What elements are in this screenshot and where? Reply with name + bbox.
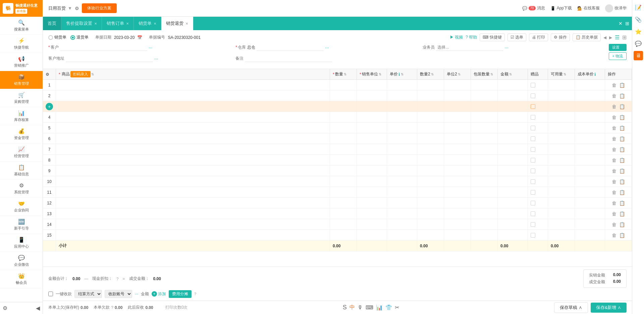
staff-dots-icon[interactable]: ··· [504, 45, 508, 50]
row-price[interactable] [387, 101, 417, 112]
user-profile[interactable]: 徐泽华 [605, 4, 627, 12]
tab-delivery-close-icon[interactable]: ✕ [154, 22, 156, 25]
setup-button[interactable]: 设置 [609, 44, 627, 51]
delete-row-btn[interactable]: 🗑 [611, 178, 617, 185]
gift-checkbox[interactable] [531, 179, 535, 184]
fee-split-button[interactable]: 费用分摊 [169, 290, 192, 298]
row-qty[interactable] [330, 90, 357, 101]
row-price[interactable] [387, 90, 417, 101]
onepay-checkbox[interactable] [48, 292, 53, 296]
sidebar-item-system[interactable]: ⚙ 系统管理 [0, 180, 43, 198]
row-unit[interactable] [357, 80, 387, 90]
copy-row-btn[interactable]: 📋 [619, 135, 626, 142]
delete-row-btn[interactable]: 🗑 [611, 146, 617, 153]
discount-help-icon[interactable]: ? [116, 277, 118, 281]
tool-icon-4[interactable]: ⌨ [366, 304, 373, 311]
sort-qty2-icon[interactable]: ⇅ [431, 72, 434, 76]
row-amount[interactable] [498, 80, 528, 90]
row-goods[interactable] [56, 90, 330, 101]
gift-checkbox[interactable] [531, 83, 535, 87]
online-service-button[interactable]: 💁 在线客服 [577, 5, 600, 11]
delete-row-btn[interactable]: 🗑 [611, 232, 617, 239]
copy-row-btn[interactable]: 📋 [619, 200, 626, 206]
radio-delivery[interactable]: 销货单 [48, 35, 66, 40]
sidebar-item-enterprise[interactable]: 🤝 企业协同 [0, 198, 43, 216]
sidebar-item-shortcut[interactable]: ⚡ 快捷导航 [0, 35, 43, 53]
tab-sales-order[interactable]: 销售订单 ✕ [102, 17, 134, 30]
tab-return-close-icon[interactable]: ✕ [185, 22, 188, 25]
calendar-icon[interactable]: 📅 [137, 35, 142, 40]
right-panel-icon-3[interactable]: ⭐ [634, 27, 643, 36]
tab-delivery[interactable]: 销货单 ✕ [134, 17, 161, 30]
address-dots-icon[interactable]: ··· [154, 56, 158, 61]
sort-qty-icon[interactable]: ⇅ [344, 72, 346, 76]
row-unit[interactable] [357, 101, 387, 112]
sidebar-item-app[interactable]: 📱 应用中心 [0, 234, 43, 252]
delete-row-btn[interactable]: 🗑 [611, 103, 617, 110]
gift-checkbox[interactable] [531, 136, 535, 141]
add-payment-button[interactable]: + 添加 [152, 291, 166, 297]
gift-checkbox[interactable] [531, 169, 535, 173]
goods-input-active[interactable] [59, 104, 327, 109]
fee-help-icon[interactable]: ? [194, 292, 196, 296]
copy-row-btn[interactable]: 📋 [619, 114, 626, 121]
copy-row-btn[interactable]: 📋 [619, 82, 626, 88]
sort-price-icon[interactable]: ⇅ [401, 72, 404, 76]
right-panel-icon-4[interactable]: 💬 [634, 39, 643, 48]
date-value[interactable]: 2023-03-20 [114, 35, 135, 40]
select-btn[interactable]: ☑ 选单 [507, 34, 526, 41]
delete-row-btn[interactable]: 🗑 [611, 82, 617, 88]
sidebar-item-purchase[interactable]: 🛒 采购管理 [0, 89, 43, 107]
row-amount[interactable] [498, 101, 528, 112]
sidebar-item-sales[interactable]: 📦 销售管理 [0, 71, 43, 89]
save-draft-button[interactable]: 保存草稿 ∧ [554, 302, 588, 313]
row-goods[interactable] [56, 101, 330, 112]
copy-row-btn[interactable]: 📋 [619, 92, 626, 99]
gift-checkbox[interactable] [531, 190, 535, 195]
copy-row-btn[interactable]: 📋 [619, 103, 626, 110]
sidebar-item-operations[interactable]: 📈 经营管理 [0, 143, 43, 162]
price-info-icon[interactable]: ℹ [398, 72, 400, 77]
sidebar-item-search[interactable]: 🔍 搜索菜单 [0, 17, 43, 35]
tool-icon-6[interactable]: 👕 [385, 304, 392, 311]
app-download-button[interactable]: 📱 App下载 [550, 5, 572, 11]
tool-icon-2[interactable]: 中 [350, 304, 355, 311]
sidebar-collapse-icon[interactable]: ◀ [36, 305, 40, 311]
delete-row-btn[interactable]: 🗑 [611, 221, 617, 228]
warehouse-dots-icon[interactable]: ··· [325, 45, 329, 50]
tool-icon-3[interactable]: 🎙 [358, 305, 363, 311]
sidebar-item-wechat[interactable]: 💬 企业微信 [0, 252, 43, 270]
tab-home[interactable]: 首页 [43, 17, 61, 30]
nav-prev-icon[interactable]: ◀ [603, 35, 606, 40]
row-cost[interactable] [575, 90, 605, 101]
tool-icon-5[interactable]: 📊 [376, 304, 383, 311]
print-btn[interactable]: 🖨 打印 [529, 34, 548, 41]
notification-button[interactable]: 💬 70 消息 [522, 5, 545, 11]
row-cost[interactable] [575, 80, 605, 90]
warehouse-input[interactable] [257, 44, 324, 51]
delete-row-btn[interactable]: 🗑 [611, 210, 617, 217]
nav-next-icon[interactable]: ▶ [609, 35, 612, 40]
shortcut-btn[interactable]: ⌨ 快捷键 [480, 34, 504, 41]
view-list-icon[interactable]: ☰ [615, 34, 620, 41]
gift-checkbox[interactable] [531, 104, 535, 109]
gift-checkbox[interactable] [531, 115, 535, 120]
staff-input[interactable] [436, 44, 503, 51]
gift-checkbox[interactable] [531, 126, 535, 130]
delete-row-btn[interactable]: 🗑 [611, 92, 617, 99]
logistics-button[interactable]: + 物流 [609, 52, 627, 60]
right-panel-icon-1[interactable]: 📝 [634, 3, 643, 12]
row-pack[interactable] [471, 80, 498, 90]
right-panel-icon-2[interactable]: 📎 [634, 15, 643, 24]
sidebar-item-finance[interactable]: 💰 资金管理 [0, 125, 43, 143]
row-qty2[interactable] [417, 80, 444, 90]
video-link[interactable]: ▶ 视频 [450, 35, 463, 40]
settlement-select[interactable]: 结算方式 [74, 290, 102, 298]
account-dots-icon[interactable]: ··· [135, 292, 138, 296]
delete-row-btn[interactable]: 🗑 [611, 168, 617, 174]
delete-row-btn[interactable]: 🗑 [611, 125, 617, 131]
right-panel-icon-5[interactable]: 🖥 [634, 51, 643, 60]
sort-amount-icon[interactable]: ⇅ [509, 72, 512, 76]
experience-button[interactable]: 体验行业方案 [82, 3, 117, 13]
tool-icon-1[interactable]: S [343, 304, 347, 311]
